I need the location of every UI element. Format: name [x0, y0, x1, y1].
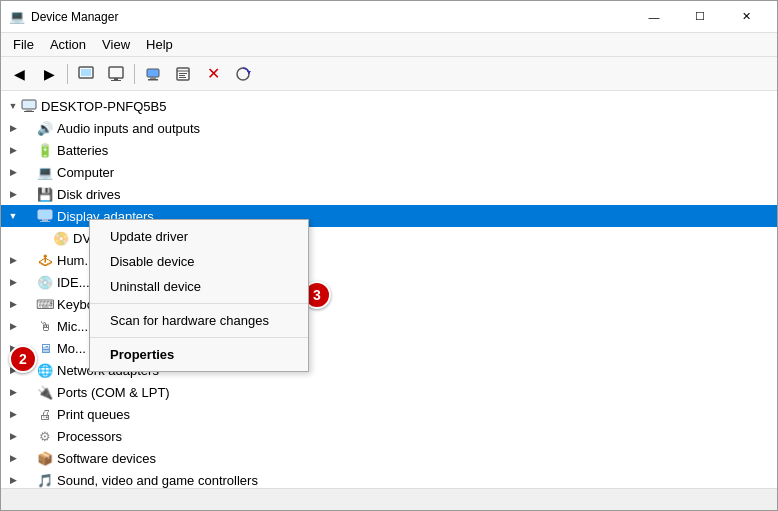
- battery-icon: 🔋: [37, 142, 53, 158]
- toolbar-btn-3[interactable]: [72, 61, 100, 87]
- proc-expand[interactable]: ▶: [5, 428, 21, 444]
- tree-root[interactable]: ▼ DESKTOP-PNFQ5B5: [1, 95, 777, 117]
- network-icon: 🌐: [37, 362, 53, 378]
- computer-label: Computer: [57, 165, 114, 180]
- print-icon: 🖨: [37, 406, 53, 422]
- computer-expand[interactable]: ▶: [5, 164, 21, 180]
- status-bar: [1, 488, 777, 510]
- ctx-update-driver[interactable]: Update driver: [90, 224, 308, 249]
- context-menu: Update driver Disable device Uninstall d…: [89, 219, 309, 372]
- svg-rect-20: [40, 221, 50, 222]
- ctx-sep-1: [90, 303, 308, 304]
- toolbar-btn-6[interactable]: [169, 61, 197, 87]
- audio-icon: 🔊: [37, 120, 53, 136]
- svg-rect-15: [22, 100, 36, 109]
- svg-rect-7: [148, 79, 158, 81]
- tree-computer[interactable]: ▶ 💻 Computer: [1, 161, 777, 183]
- dvd-expand[interactable]: [5, 230, 21, 246]
- print-expand[interactable]: ▶: [5, 406, 21, 422]
- software-expand[interactable]: ▶: [5, 450, 21, 466]
- toolbar-btn-4[interactable]: [102, 61, 130, 87]
- ide-label: IDE...: [57, 275, 90, 290]
- ctx-scan-hardware[interactable]: Scan for hardware changes: [90, 308, 308, 333]
- sound-label: Sound, video and game controllers: [57, 473, 258, 488]
- title-bar: 💻 Device Manager — ☐ ✕: [1, 1, 777, 33]
- mice-expand[interactable]: ▶: [5, 318, 21, 334]
- audio-expand[interactable]: ▶: [5, 120, 21, 136]
- toolbar-separator-2: [134, 64, 135, 84]
- disk-icon: 💾: [37, 186, 53, 202]
- software-label: Software devices: [57, 451, 156, 466]
- toolbar: ◀ ▶ ✕: [1, 57, 777, 91]
- tree-audio[interactable]: ▶ 🔊 Audio inputs and outputs: [1, 117, 777, 139]
- tree-sound[interactable]: ▶ 🎵 Sound, video and game controllers: [1, 469, 777, 488]
- toolbar-btn-5[interactable]: [139, 61, 167, 87]
- tree-print[interactable]: ▶ 🖨 Print queues: [1, 403, 777, 425]
- minimize-button[interactable]: —: [631, 1, 677, 33]
- kbd-icon: ⌨: [37, 296, 53, 312]
- window-icon: 💻: [9, 9, 25, 25]
- proc-label: Processors: [57, 429, 122, 444]
- tree-ports[interactable]: ▶ 🔌 Ports (COM & LPT): [1, 381, 777, 403]
- svg-rect-12: [179, 77, 186, 78]
- svg-rect-16: [26, 109, 32, 111]
- dvd-icon: 📀: [53, 230, 69, 246]
- sound-expand[interactable]: ▶: [5, 472, 21, 488]
- remove-button[interactable]: ✕: [199, 61, 227, 87]
- svg-rect-10: [179, 73, 187, 74]
- mice-icon: 🖱: [37, 318, 53, 334]
- computer-icon: [21, 98, 37, 114]
- window-title: Device Manager: [31, 10, 118, 24]
- display-icon: [37, 208, 53, 224]
- hid-expand[interactable]: ▶: [5, 252, 21, 268]
- batteries-label: Batteries: [57, 143, 108, 158]
- ctx-properties[interactable]: Properties: [90, 342, 308, 367]
- ctx-sep-2: [90, 337, 308, 338]
- disk-expand[interactable]: ▶: [5, 186, 21, 202]
- svg-rect-5: [147, 69, 159, 77]
- audio-label: Audio inputs and outputs: [57, 121, 200, 136]
- menu-view[interactable]: View: [94, 35, 138, 54]
- maximize-button[interactable]: ☐: [677, 1, 723, 33]
- display-expand[interactable]: ▼: [5, 208, 21, 224]
- close-button[interactable]: ✕: [723, 1, 769, 33]
- back-button[interactable]: ◀: [5, 61, 33, 87]
- scan-button[interactable]: [229, 61, 257, 87]
- svg-rect-19: [42, 219, 48, 221]
- svg-marker-14: [247, 71, 251, 74]
- hid-icon: 🕹: [37, 252, 53, 268]
- menu-action[interactable]: Action: [42, 35, 94, 54]
- svg-rect-2: [109, 67, 123, 78]
- menu-file[interactable]: File: [5, 35, 42, 54]
- proc-icon: ⚙: [37, 428, 53, 444]
- forward-button[interactable]: ▶: [35, 61, 63, 87]
- toolbar-separator-1: [67, 64, 68, 84]
- ide-icon: 💿: [37, 274, 53, 290]
- svg-rect-18: [38, 210, 52, 219]
- svg-rect-11: [179, 75, 185, 76]
- tree-disk[interactable]: ▶ 💾 Disk drives: [1, 183, 777, 205]
- tree-batteries[interactable]: ▶ 🔋 Batteries: [1, 139, 777, 161]
- root-expand[interactable]: ▼: [5, 98, 21, 114]
- tree-processors[interactable]: ▶ ⚙ Processors: [1, 425, 777, 447]
- ports-icon: 🔌: [37, 384, 53, 400]
- menu-bar: File Action View Help: [1, 33, 777, 57]
- kbd-expand[interactable]: ▶: [5, 296, 21, 312]
- tree-software[interactable]: ▶ 📦 Software devices: [1, 447, 777, 469]
- ports-expand[interactable]: ▶: [5, 384, 21, 400]
- menu-help[interactable]: Help: [138, 35, 181, 54]
- svg-rect-6: [150, 77, 156, 79]
- ide-expand[interactable]: ▶: [5, 274, 21, 290]
- disk-label: Disk drives: [57, 187, 121, 202]
- svg-rect-1: [81, 69, 91, 76]
- ctx-disable-device[interactable]: Disable device: [90, 249, 308, 274]
- sound-icon: 🎵: [37, 472, 53, 488]
- monitors-label: Mo...: [57, 341, 86, 356]
- print-label: Print queues: [57, 407, 130, 422]
- batteries-expand[interactable]: ▶: [5, 142, 21, 158]
- device-manager-window: 💻 Device Manager — ☐ ✕ File Action View …: [0, 0, 778, 511]
- ctx-uninstall-device[interactable]: Uninstall device: [90, 274, 308, 299]
- mice-label: Mic...: [57, 319, 88, 334]
- software-icon: 📦: [37, 450, 53, 466]
- svg-rect-17: [24, 111, 34, 112]
